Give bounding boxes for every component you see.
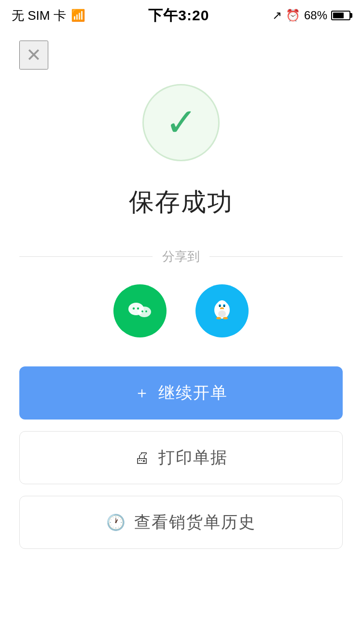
divider-left — [19, 256, 153, 257]
svg-point-9 — [219, 305, 221, 307]
status-time: 下午3:20 — [148, 6, 209, 26]
share-icons-row — [19, 284, 343, 337]
svg-point-4 — [141, 310, 143, 312]
success-circle: ✓ — [142, 84, 220, 161]
svg-point-14 — [218, 310, 226, 317]
battery-percent: 68% — [304, 9, 327, 22]
battery-icon — [331, 11, 350, 20]
checkmark-icon: ✓ — [165, 103, 197, 142]
qq-share-button[interactable] — [195, 284, 249, 337]
share-divider-row: 分享到 — [19, 248, 343, 265]
svg-point-2 — [132, 307, 134, 309]
wechat-svg-icon — [125, 295, 156, 327]
svg-point-3 — [137, 307, 139, 309]
wechat-share-button[interactable] — [113, 284, 167, 337]
main-content: ✕ ✓ 保存成功 分享到 — [0, 31, 362, 644]
close-button[interactable]: ✕ — [19, 41, 48, 70]
svg-point-16 — [223, 317, 228, 319]
status-right: ↗ ⏰ 68% — [272, 9, 350, 22]
svg-point-11 — [223, 305, 225, 307]
success-title: 保存成功 — [129, 185, 233, 219]
buttons-section: ＋ 继续开单 🖨 打印单据 🕐 查看销货单历史 — [19, 366, 343, 549]
wifi-icon: 📶 — [71, 9, 85, 22]
qq-svg-icon — [207, 295, 238, 327]
view-history-label: 查看销货单历史 — [134, 511, 256, 533]
divider-right — [209, 256, 343, 257]
svg-point-5 — [145, 310, 147, 312]
print-receipt-button[interactable]: 🖨 打印单据 — [19, 431, 343, 484]
close-icon: ✕ — [26, 46, 42, 64]
continue-order-label: 继续开单 — [158, 382, 228, 404]
status-bar: 无 SIM 卡 📶 下午3:20 ↗ ⏰ 68% — [0, 0, 362, 31]
printer-icon: 🖨 — [134, 449, 151, 467]
location-icon: ↗ — [272, 9, 282, 22]
print-receipt-label: 打印单据 — [158, 447, 228, 469]
view-history-button[interactable]: 🕐 查看销货单历史 — [19, 496, 343, 549]
plus-icon: ＋ — [134, 382, 151, 404]
clock-icon: 🕐 — [106, 513, 126, 532]
battery-fill — [333, 13, 344, 18]
share-section: 分享到 — [19, 248, 343, 337]
share-label: 分享到 — [162, 248, 200, 265]
continue-order-button[interactable]: ＋ 继续开单 — [19, 366, 343, 420]
carrier-text: 无 SIM 卡 — [12, 7, 66, 24]
alarm-icon: ⏰ — [286, 9, 300, 22]
status-left: 无 SIM 卡 📶 — [12, 7, 85, 24]
svg-point-15 — [216, 317, 221, 319]
svg-point-1 — [138, 307, 151, 317]
